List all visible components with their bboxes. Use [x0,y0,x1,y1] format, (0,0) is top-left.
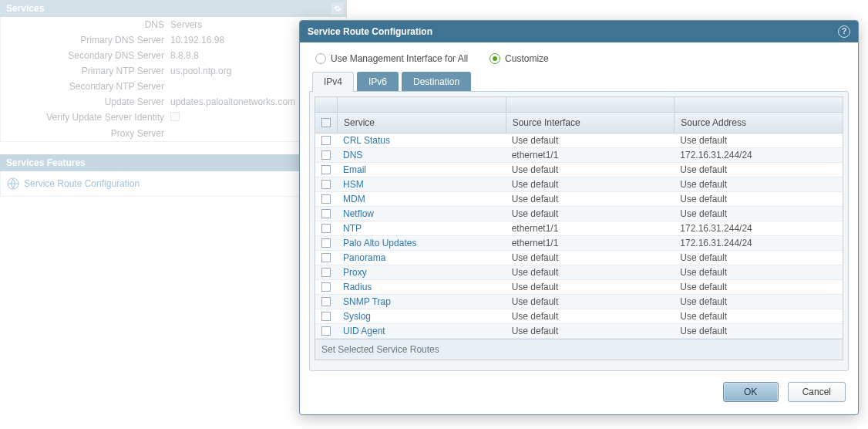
table-row[interactable]: DNSethernet1/1172.16.31.244/24 [315,148,843,163]
service-name[interactable]: UID Agent [337,326,506,336]
row-checkbox-cell[interactable] [315,165,337,174]
source-address: Use default [674,296,843,307]
source-address: Use default [674,326,843,336]
source-address: Use default [674,282,843,292]
source-address: 172.16.31.244/24 [674,150,843,160]
radio-customize[interactable]: Customize [490,53,549,64]
services-features-title: Services Features [6,157,86,168]
table-row[interactable]: SNMP TrapUse defaultUse default [315,295,843,309]
service-name[interactable]: MDM [337,194,506,204]
source-interface: Use default [506,267,675,278]
table-row[interactable]: SyslogUse defaultUse default [315,309,843,324]
col-service[interactable]: Service [337,113,506,133]
source-address: 172.16.31.244/24 [674,223,843,234]
radio-dot-icon [490,53,500,64]
checkbox-icon [321,150,331,160]
table-body: CRL StatusUse defaultUse defaultDNSether… [315,133,843,339]
help-icon[interactable]: ? [838,25,850,38]
cancel-button[interactable]: Cancel [788,382,846,402]
service-name[interactable]: Radius [337,282,506,292]
table-row[interactable]: UID AgentUse defaultUse default [315,324,843,339]
services-row-value: 8.8.8.8 [170,50,199,61]
service-name[interactable]: CRL Status [337,135,506,146]
dialog-titlebar: Service Route Configuration ? [300,21,858,42]
row-checkbox-cell[interactable] [315,312,337,321]
row-checkbox-cell[interactable] [315,136,337,145]
source-address: Use default [674,164,843,175]
service-name[interactable]: Palo Alto Updates [337,238,506,248]
service-name[interactable]: Netflow [337,208,506,219]
checkbox-icon[interactable] [170,112,180,121]
table-row[interactable]: HSMUse defaultUse default [315,177,843,192]
table-row[interactable]: MDMUse defaultUse default [315,192,843,207]
row-checkbox-cell[interactable] [315,297,337,306]
checkbox-icon [321,118,331,127]
table-row[interactable]: CRL StatusUse defaultUse default [315,133,843,148]
table-row[interactable]: Palo Alto Updatesethernet1/1172.16.31.24… [315,236,843,251]
service-route-dialog: Service Route Configuration ? Use Manage… [299,20,859,415]
ok-button[interactable]: OK [723,382,779,402]
row-checkbox-cell[interactable] [315,253,337,262]
tab-ipv6[interactable]: IPv6 [357,72,399,92]
table-row[interactable]: ProxyUse defaultUse default [315,265,843,280]
col-source-interface[interactable]: Source Interface [506,113,675,133]
table-row[interactable]: RadiusUse defaultUse default [315,280,843,295]
tab-bar: IPv4 IPv6 Destination [312,72,849,92]
services-row-label: Primary NTP Server [1,66,170,76]
checkbox-icon [321,238,331,248]
service-name[interactable]: SNMP Trap [337,296,506,307]
row-checkbox-cell[interactable] [315,326,337,336]
row-checkbox-cell[interactable] [315,238,337,248]
service-route-configuration-link[interactable]: Service Route Configuration [24,178,140,189]
services-grid: DNSServersPrimary DNS Server10.192.16.98… [0,17,347,142]
service-name[interactable]: DNS [337,150,506,160]
tab-ipv4[interactable]: IPv4 [312,72,354,92]
dialog-title: Service Route Configuration [308,26,432,37]
checkbox-icon [321,253,331,262]
services-row-value [170,112,180,123]
service-name[interactable]: HSM [337,179,506,190]
checkbox-icon [321,194,331,204]
table-row[interactable]: NTPethernet1/1172.16.31.244/24 [315,221,843,236]
radio-customize-label: Customize [505,53,549,64]
checkbox-icon [321,136,331,145]
tab-destination[interactable]: Destination [402,72,471,92]
service-name[interactable]: Panorama [337,252,506,263]
checkbox-icon [321,209,331,218]
radio-use-management[interactable]: Use Management Interface for All [315,53,468,64]
service-name[interactable]: NTP [337,223,506,234]
select-all-cell[interactable] [315,113,337,133]
services-row: DNSServers [1,17,346,32]
source-interface: Use default [506,164,675,175]
row-checkbox-cell[interactable] [315,194,337,204]
row-checkbox-cell[interactable] [315,224,337,233]
source-interface: ethernet1/1 [506,223,675,234]
checkbox-icon [321,224,331,233]
service-name[interactable]: Syslog [337,311,506,322]
table-row[interactable]: NetflowUse defaultUse default [315,207,843,221]
services-row: Verify Update Server Identity [1,110,346,126]
source-interface: Use default [506,194,675,204]
source-interface: Use default [506,311,675,322]
services-features-panel: Services Features Service Route Configur… [0,154,347,197]
service-name[interactable]: Proxy [337,267,506,278]
source-interface: Use default [506,296,675,307]
row-checkbox-cell[interactable] [315,209,337,218]
source-address: Use default [674,208,843,219]
source-address: Use default [674,135,843,146]
checkbox-icon [321,180,331,189]
services-row-value: us.pool.ntp.org [170,66,231,76]
service-name[interactable]: Email [337,164,506,175]
row-checkbox-cell[interactable] [315,180,337,189]
set-selected-service-routes[interactable]: Set Selected Service Routes [315,339,843,360]
row-checkbox-cell[interactable] [315,268,337,277]
table-row[interactable]: PanoramaUse defaultUse default [315,251,843,265]
table-row[interactable]: EmailUse defaultUse default [315,163,843,177]
row-checkbox-cell[interactable] [315,150,337,160]
services-row: Proxy Server [1,126,346,141]
source-address: Use default [674,267,843,278]
row-checkbox-cell[interactable] [315,282,337,292]
services-row-value: updates.paloaltonetworks.com [170,96,295,107]
col-source-address[interactable]: Source Address [674,113,843,133]
gear-icon[interactable] [331,2,344,15]
